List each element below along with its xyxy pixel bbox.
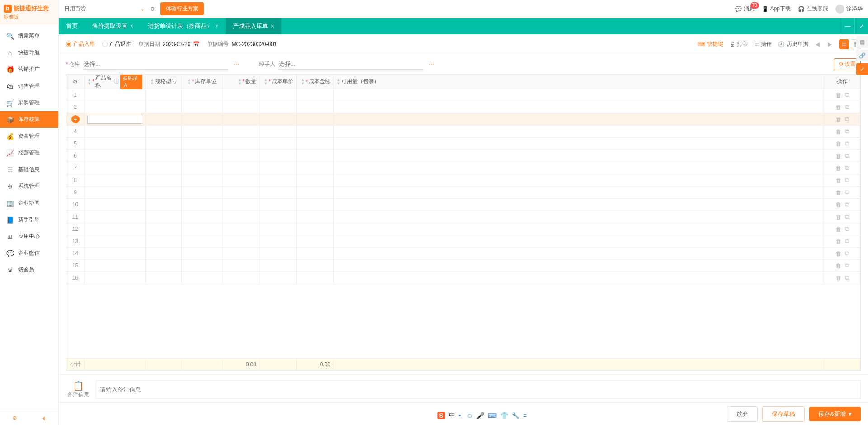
- delete-row-icon[interactable]: 🗑: [834, 128, 843, 135]
- ime-skin-icon[interactable]: 👕: [500, 412, 508, 419]
- table-row[interactable]: 16🗑⧉: [66, 272, 860, 284]
- download-button[interactable]: 📱 App下载: [762, 5, 791, 13]
- remark-input[interactable]: [96, 380, 861, 399]
- copy-row-icon[interactable]: ⧉: [843, 238, 851, 245]
- gear-icon[interactable]: ⚙: [150, 6, 155, 12]
- tab-expand-icon[interactable]: ⤢: [854, 18, 868, 34]
- table-row[interactable]: 14🗑⧉: [66, 248, 860, 260]
- delete-row-icon[interactable]: 🗑: [834, 262, 843, 269]
- tab-minimize-icon[interactable]: —: [841, 18, 854, 34]
- handler-select[interactable]: [279, 59, 424, 70]
- col-qty[interactable]: ▲▼*数量: [222, 75, 259, 89]
- table-row[interactable]: 4🗑⧉: [66, 126, 860, 138]
- sidebar-item[interactable]: 📦库存核算: [0, 111, 58, 128]
- messages-button[interactable]: 💬 消息 70: [735, 5, 755, 13]
- tab[interactable]: 产成品入库单×: [226, 18, 281, 34]
- sidebar-item[interactable]: 🛒采购管理: [0, 94, 58, 111]
- delete-row-icon[interactable]: 🗑: [834, 275, 843, 281]
- col-unit[interactable]: ▲▼*库存单位: [182, 75, 222, 89]
- delete-row-icon[interactable]: 🗑: [834, 177, 843, 184]
- close-icon[interactable]: ×: [215, 23, 218, 29]
- warehouse-more-icon[interactable]: ⋯: [232, 61, 241, 67]
- col-spec[interactable]: ▲▼规格型号: [146, 75, 182, 89]
- print-button[interactable]: 🖨 打印: [730, 40, 748, 48]
- sidebar-item[interactable]: ♛畅会员: [0, 262, 58, 278]
- save-new-button[interactable]: 保存&新增▾: [809, 407, 861, 421]
- table-row[interactable]: 9🗑⧉: [66, 187, 860, 199]
- sidebar-item[interactable]: 🔍搜索菜单: [0, 28, 58, 44]
- tab[interactable]: 首页: [59, 18, 85, 34]
- copy-row-icon[interactable]: ⧉: [843, 262, 851, 269]
- col-settings-icon[interactable]: ⚙: [66, 75, 85, 89]
- rail-item-2[interactable]: 🔗: [856, 50, 868, 61]
- table-row[interactable]: 11🗑⧉: [66, 211, 860, 223]
- copy-row-icon[interactable]: ⧉: [843, 225, 851, 233]
- tab[interactable]: 售价提取设置×: [85, 18, 141, 34]
- copy-row-icon[interactable]: ⧉: [843, 128, 851, 135]
- rail-item-3[interactable]: ⤢: [856, 63, 868, 75]
- operate-button[interactable]: ☰ 操作: [754, 40, 772, 48]
- ime-mic-icon[interactable]: 🎤: [476, 412, 484, 419]
- table-row[interactable]: 12🗑⧉: [66, 223, 860, 235]
- sidebar-item[interactable]: 🏢企业协同: [0, 195, 58, 211]
- copy-row-icon[interactable]: ⧉: [843, 189, 851, 196]
- sidebar-item[interactable]: ⊞应用中心: [0, 228, 58, 245]
- discard-button[interactable]: 放弃: [727, 406, 758, 422]
- shop-selector[interactable]: 日用百货 ⌄: [64, 5, 145, 13]
- ime-menu-icon[interactable]: ≡: [523, 412, 527, 419]
- delete-row-icon[interactable]: 🗑: [834, 214, 843, 220]
- sidebar-item[interactable]: 💬企业微信: [0, 245, 58, 262]
- copy-row-icon[interactable]: ⧉: [843, 213, 851, 220]
- ime-smile-icon[interactable]: ☺: [466, 412, 472, 419]
- sidebar-item[interactable]: 🛍销售管理: [0, 78, 58, 94]
- col-avail[interactable]: ▲▼可用量（包装）: [334, 75, 824, 89]
- copy-row-icon[interactable]: ⧉: [843, 152, 851, 159]
- table-row[interactable]: 6🗑⧉: [66, 150, 860, 162]
- ime-s-icon[interactable]: S: [437, 412, 445, 419]
- history-button[interactable]: 🕘 历史单据: [778, 40, 808, 48]
- tab[interactable]: 进货单统计表（按商品）×: [141, 18, 226, 34]
- view-list-icon[interactable]: ☰: [839, 39, 849, 49]
- delete-row-icon[interactable]: 🗑: [834, 116, 843, 123]
- table-row[interactable]: 15🗑⧉: [66, 260, 860, 272]
- ime-tool-icon[interactable]: 🔧: [512, 412, 519, 419]
- copy-row-icon[interactable]: ⧉: [843, 140, 851, 147]
- prev-doc-icon[interactable]: ◀: [815, 41, 821, 47]
- copy-row-icon[interactable]: ⧉: [843, 177, 851, 184]
- copy-row-icon[interactable]: ⧉: [843, 201, 851, 208]
- delete-row-icon[interactable]: 🗑: [834, 165, 843, 172]
- delete-row-icon[interactable]: 🗑: [834, 201, 843, 208]
- sidebar-item[interactable]: ☰基础信息: [0, 161, 58, 178]
- close-icon[interactable]: ×: [271, 23, 274, 29]
- copy-row-icon[interactable]: ⧉: [843, 103, 851, 111]
- sidebar-item[interactable]: ⌂快捷导航: [0, 44, 58, 61]
- next-doc-icon[interactable]: ▶: [827, 41, 833, 47]
- copy-row-icon[interactable]: ⧉: [843, 91, 851, 98]
- calendar-icon[interactable]: 📅: [193, 41, 200, 47]
- sidebar-item[interactable]: 💰资金管理: [0, 128, 58, 145]
- table-row[interactable]: 10🗑⧉: [66, 199, 860, 211]
- copy-row-icon[interactable]: ⧉: [843, 116, 851, 123]
- trial-button[interactable]: 体验行业方案: [160, 2, 204, 15]
- user-menu[interactable]: 徐泽华: [835, 5, 863, 14]
- service-button[interactable]: 🎧 在线客服: [798, 5, 828, 13]
- copy-row-icon[interactable]: ⧉: [843, 250, 851, 257]
- save-draft-button[interactable]: 保存草稿: [762, 406, 805, 422]
- table-row[interactable]: 8🗑⧉: [66, 174, 860, 187]
- copy-row-icon[interactable]: ⧉: [843, 274, 851, 281]
- sidebar-item[interactable]: 🎁营销推广: [0, 61, 58, 78]
- radio-product-out[interactable]: 产品退库: [102, 40, 131, 48]
- table-row[interactable]: +🗑⧉: [66, 113, 860, 126]
- scan-button[interactable]: 扫码录入: [120, 74, 142, 89]
- sidebar-item[interactable]: 📘新手引导: [0, 211, 58, 228]
- copy-row-icon[interactable]: ⧉: [843, 164, 851, 172]
- sidebar-item[interactable]: 📈经营管理: [0, 145, 58, 161]
- rail-item-1[interactable]: ▤: [856, 36, 868, 48]
- table-row[interactable]: 5🗑⧉: [66, 138, 860, 150]
- col-amount[interactable]: ▲▼*成本金额: [297, 75, 334, 89]
- col-price[interactable]: ▲▼*成本单价: [259, 75, 297, 89]
- sidebar-item[interactable]: ⚙系统管理: [0, 178, 58, 195]
- shortcut-button[interactable]: ⌨ 快捷键: [698, 40, 723, 48]
- ime-dot-icon[interactable]: •,: [459, 412, 463, 419]
- close-icon[interactable]: ×: [130, 23, 133, 29]
